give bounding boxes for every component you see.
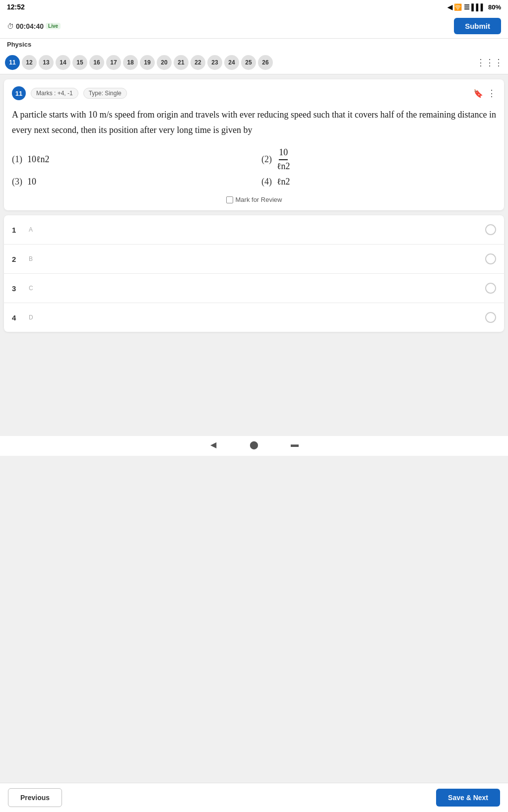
- status-bar: 12:52 ◀ 🛜 ☰ ▌▌▌ 80%: [0, 0, 508, 14]
- battery-display: 80%: [488, 3, 501, 11]
- answer-radio-4[interactable]: [485, 312, 496, 323]
- meta-icons: 🔖 ⋮: [473, 88, 496, 99]
- answer-row-4-num: 4: [12, 313, 22, 322]
- more-options-icon[interactable]: ⋮: [487, 88, 496, 99]
- option-2-label: (2): [261, 154, 272, 165]
- answer-row-3-num: 3: [12, 284, 22, 293]
- q-num-19[interactable]: 19: [140, 55, 155, 70]
- option-3[interactable]: (3) 10: [12, 177, 247, 187]
- header-left: ⏱ 00:04:40 Live: [7, 22, 61, 30]
- q-num-16[interactable]: 16: [89, 55, 104, 70]
- recent-nav-icon[interactable]: ▬: [289, 439, 300, 450]
- back-nav-icon[interactable]: ◀: [208, 439, 219, 450]
- answer-row-2[interactable]: 2 B: [4, 245, 504, 274]
- grid-icon[interactable]: ⋮⋮⋮: [476, 57, 503, 68]
- option-1-value: 10ℓn2: [27, 154, 50, 165]
- q-num-23[interactable]: 23: [207, 55, 222, 70]
- timer-icon: ⏱: [7, 22, 14, 30]
- q-num-20[interactable]: 20: [157, 55, 172, 70]
- option-3-value: 10: [27, 177, 36, 187]
- review-checkbox[interactable]: [226, 196, 233, 203]
- question-area: 11 Marks : +4, -1 Type: Single 🔖 ⋮ A par…: [4, 79, 504, 210]
- option-2-value: 10 ℓn2: [277, 147, 290, 172]
- answer-row-3-label: C: [29, 285, 36, 292]
- answer-radio-2[interactable]: [485, 253, 496, 264]
- options-grid: (1) 10ℓn2 (2) 10 ℓn2 (3) 10 (4) ℓn2: [12, 147, 496, 187]
- answer-row-1[interactable]: 1 A: [4, 215, 504, 245]
- q-num-14[interactable]: 14: [56, 55, 70, 70]
- answer-section: 1 A 2 B 3 C 4 D: [4, 215, 504, 332]
- answer-row-4-label: D: [29, 314, 36, 321]
- option-4[interactable]: (4) ℓn2: [261, 177, 496, 187]
- android-nav: ◀ ⬤ ▬: [0, 436, 508, 456]
- mark-review-button[interactable]: Mark for Review: [226, 196, 282, 203]
- answer-row-1-num: 1: [12, 226, 22, 234]
- home-nav-icon[interactable]: ⬤: [249, 439, 259, 450]
- q-num-12[interactable]: 12: [22, 55, 37, 70]
- option-4-label: (4): [261, 177, 272, 187]
- option-4-value: ℓn2: [277, 177, 290, 187]
- answer-row-2-num: 2: [12, 255, 22, 263]
- option-1-label: (1): [12, 154, 22, 165]
- question-text: A particle starts with 10 m/s speed from…: [12, 107, 496, 137]
- signal-icon: ◀ 🛜 ☰ ▌▌▌: [447, 3, 485, 11]
- answer-radio-1[interactable]: [485, 224, 496, 235]
- question-strip: 11 12 13 14 15 16 17 18 19 20 21 22 23 2…: [0, 51, 508, 74]
- time-display: 12:52: [7, 3, 25, 11]
- status-icons: ◀ 🛜 ☰ ▌▌▌ 80%: [447, 3, 502, 11]
- previous-button[interactable]: Previous: [8, 788, 62, 807]
- q-num-21[interactable]: 21: [174, 55, 189, 70]
- q-num-15[interactable]: 15: [72, 55, 87, 70]
- marks-badge: Marks : +4, -1: [31, 88, 78, 99]
- live-badge: Live: [46, 23, 61, 29]
- header: ⏱ 00:04:40 Live Submit: [0, 14, 508, 39]
- question-meta: 11 Marks : +4, -1 Type: Single 🔖 ⋮: [12, 86, 496, 100]
- timer-value: 00:04:40: [16, 22, 44, 30]
- option-2[interactable]: (2) 10 ℓn2: [261, 147, 496, 172]
- answer-row-2-label: B: [29, 255, 36, 262]
- answer-row-3[interactable]: 3 C: [4, 274, 504, 303]
- option-3-label: (3): [12, 177, 22, 187]
- subject-label: Physics: [0, 39, 508, 51]
- save-next-button[interactable]: Save & Next: [436, 789, 500, 807]
- q-num-17[interactable]: 17: [106, 55, 121, 70]
- type-badge: Type: Single: [83, 88, 127, 99]
- q-num-22[interactable]: 22: [190, 55, 205, 70]
- q-num-25[interactable]: 25: [241, 55, 256, 70]
- answer-radio-3[interactable]: [485, 283, 496, 294]
- submit-button[interactable]: Submit: [454, 18, 501, 34]
- q-num-13[interactable]: 13: [39, 55, 54, 70]
- timer-area: ⏱ 00:04:40 Live: [7, 22, 61, 30]
- option-1[interactable]: (1) 10ℓn2: [12, 147, 247, 172]
- answer-row-4[interactable]: 4 D: [4, 303, 504, 332]
- mark-review-area: Mark for Review: [12, 196, 496, 203]
- bottom-navigation: Previous Save & Next: [0, 783, 508, 812]
- answer-row-1-label: A: [29, 226, 36, 233]
- bookmark-icon[interactable]: 🔖: [473, 89, 483, 98]
- q-num-11[interactable]: 11: [5, 55, 20, 70]
- mark-review-label: Mark for Review: [236, 196, 282, 203]
- q-num-26[interactable]: 26: [258, 55, 273, 70]
- q-num-18[interactable]: 18: [123, 55, 138, 70]
- question-number-badge: 11: [12, 86, 26, 100]
- q-num-24[interactable]: 24: [224, 55, 239, 70]
